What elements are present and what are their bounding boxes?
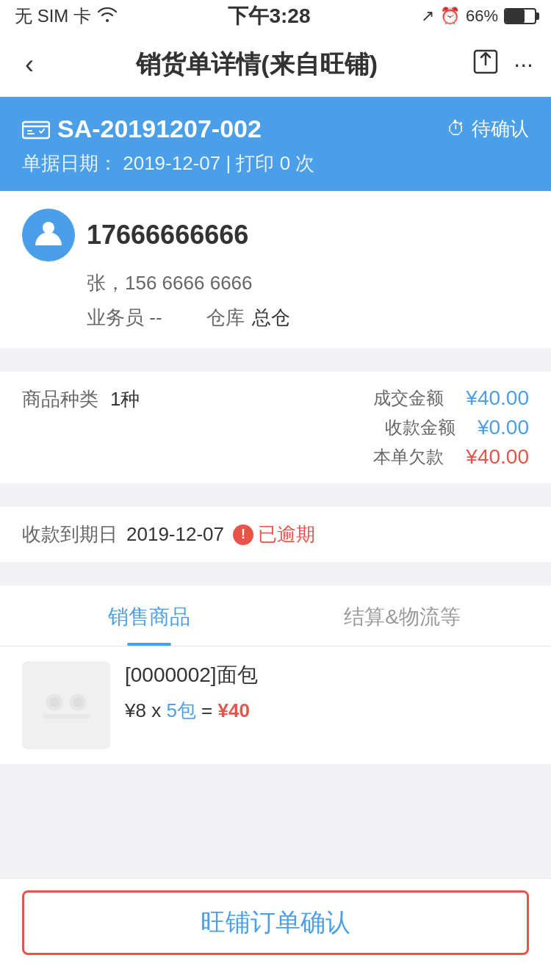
product-qty: 5包 xyxy=(166,699,195,721)
order-status: ⏱ 待确认 xyxy=(447,116,529,142)
sales-value-text: -- xyxy=(149,306,162,328)
product-image xyxy=(22,661,110,749)
battery-percent: 66% xyxy=(466,7,498,26)
due-amount-value: ¥40.00 xyxy=(466,445,529,469)
avatar-icon xyxy=(32,216,65,255)
due-date: 2019-12-07 xyxy=(126,523,224,546)
avatar xyxy=(22,209,75,262)
status-bar-time: 下午3:28 xyxy=(228,2,310,30)
product-unit-price: ¥8 x xyxy=(125,699,166,721)
customer-phone: 17666666666 xyxy=(87,220,248,251)
product-price: ¥8 x 5包 = ¥40 xyxy=(125,698,529,724)
order-header-card: SA-20191207-002 ⏱ 待确认 单据日期： 2019-12-07 |… xyxy=(0,97,551,191)
product-info: [0000002]面包 ¥8 x 5包 = ¥40 xyxy=(125,661,529,724)
product-section: [0000002]面包 ¥8 x 5包 = ¥40 xyxy=(0,646,551,764)
carrier-text: 无 SIM 卡 xyxy=(15,4,91,28)
status-bar: 无 SIM 卡 下午3:28 ↗ ⏰ 66% xyxy=(0,0,551,32)
overdue-text: 已逾期 xyxy=(258,522,315,547)
svg-point-6 xyxy=(73,698,83,707)
confirm-order-button[interactable]: 旺铺订单确认 xyxy=(22,890,529,955)
order-date-line: 单据日期： 2019-12-07 | 打印 0 次 xyxy=(22,151,529,176)
product-type-label: 商品种类 xyxy=(22,386,98,412)
status-bar-right: ↗ ⏰ 66% xyxy=(421,7,536,26)
bottom-bar: 旺铺订单确认 xyxy=(0,878,551,980)
product-equals: = xyxy=(196,699,218,721)
more-icon[interactable]: ··· xyxy=(514,51,533,78)
summary-left: 商品种类 1种 xyxy=(22,386,140,412)
nav-right: ··· xyxy=(472,48,533,81)
tab-bar: 销售商品 结算&物流等 xyxy=(0,586,551,646)
share-icon[interactable] xyxy=(472,48,499,81)
battery-icon xyxy=(504,8,536,24)
customer-meta: 业务员 -- 仓库 总仓 xyxy=(87,305,529,331)
tab-sales-products[interactable]: 销售商品 xyxy=(22,586,276,646)
alarm-icon: ⏰ xyxy=(440,7,460,26)
warehouse-value: 总仓 xyxy=(252,305,290,331)
received-amount-label: 收款金额 xyxy=(385,416,455,439)
nav-bar: ‹ 销货单详情(来自旺铺) ··· xyxy=(0,32,551,97)
warehouse-label: 仓库 xyxy=(206,305,245,331)
svg-rect-7 xyxy=(43,714,90,718)
summary-section: 商品种类 1种 成交金额 ¥40.00 收款金额 ¥0.00 本单欠款 ¥40.… xyxy=(0,372,551,483)
received-amount-value: ¥0.00 xyxy=(478,416,529,439)
clock-icon: ⏱ xyxy=(447,118,466,140)
tab-section: 销售商品 结算&物流等 xyxy=(0,586,551,646)
divider-2 xyxy=(0,495,551,507)
product-type-value: 1种 xyxy=(110,386,140,412)
customer-section: 17666666666 张，156 6666 6666 业务员 -- 仓库 总仓 xyxy=(0,191,551,348)
summary-right: 成交金额 ¥40.00 收款金额 ¥0.00 本单欠款 ¥40.00 xyxy=(373,386,529,469)
deal-amount-label: 成交金额 xyxy=(373,386,444,410)
nav-title: 销货单详情(来自旺铺) xyxy=(41,48,472,82)
due-amount-label: 本单欠款 xyxy=(373,445,444,469)
overdue-badge: ! 已逾期 xyxy=(233,522,315,547)
overdue-warning-icon: ! xyxy=(233,525,253,545)
svg-point-2 xyxy=(43,222,54,234)
product-name: [0000002]面包 xyxy=(125,661,529,689)
order-number: SA-20191207-002 xyxy=(22,115,262,143)
sales-label: 业务员 xyxy=(87,306,144,328)
deal-amount-value: ¥40.00 xyxy=(466,386,529,410)
tab-settlement[interactable]: 结算&物流等 xyxy=(276,586,529,646)
wifi-icon xyxy=(97,6,118,26)
product-total: ¥40 xyxy=(217,699,249,721)
back-button[interactable]: ‹ xyxy=(18,42,41,87)
customer-name: 张，156 6666 6666 xyxy=(87,270,529,296)
status-bar-left: 无 SIM 卡 xyxy=(15,4,118,28)
svg-rect-1 xyxy=(23,122,49,138)
location-icon: ↗ xyxy=(421,7,434,26)
due-date-section: 收款到期日 2019-12-07 ! 已逾期 xyxy=(0,507,551,562)
svg-point-4 xyxy=(50,698,60,707)
divider-3 xyxy=(0,574,551,586)
due-label: 收款到期日 xyxy=(22,522,118,547)
divider-1 xyxy=(0,360,551,372)
